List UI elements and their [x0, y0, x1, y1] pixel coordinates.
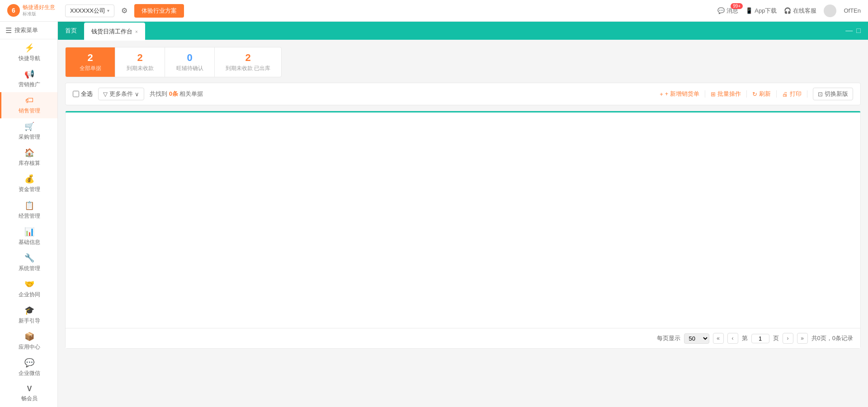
table-area: 每页显示 50 100 200 « ‹ 第 页 › » 共0页，0条记录 [65, 111, 861, 349]
trial-button[interactable]: 体验行业方案 [134, 4, 184, 18]
nav-tabs-actions: — □ [845, 27, 868, 35]
topbar-left: 6 畅捷通好生意 标准版 XXXXXX公司 ▾ ⚙ 体验行业方案 [7, 4, 184, 18]
sidebar-item-guide[interactable]: 🎓 新手引导 [0, 302, 57, 328]
sidebar-item-inventory[interactable]: 🏠 库存核算 [0, 145, 57, 171]
stat-tab-all[interactable]: 2 全部单据 [66, 47, 115, 77]
divider [705, 90, 705, 98]
stat-label-shipped: 到期未收款 已出库 [226, 65, 270, 72]
batch-operation-button[interactable]: ⊞ 批量操作 [711, 90, 741, 98]
avatar[interactable] [824, 5, 836, 17]
search-menu-button[interactable]: ☰ 搜索菜单 [0, 22, 57, 39]
message-badge: 99+ [731, 3, 743, 9]
per-page-select[interactable]: 50 100 200 [684, 333, 709, 344]
filter-chevron: ∨ [135, 91, 139, 98]
filter-button[interactable]: ▽ 更多条件 ∨ [98, 88, 144, 100]
last-page-button[interactable]: » [797, 333, 808, 344]
sidebar-item-label: 库存核算 [19, 159, 40, 167]
sidebar-item-system[interactable]: 🔧 系统管理 [0, 249, 57, 276]
sidebar-item-finance[interactable]: 💰 资金管理 [0, 171, 57, 197]
message-button[interactable]: 💬 消息 99+ [717, 7, 738, 15]
batch-label: 批量操作 [717, 90, 741, 98]
print-button[interactable]: 🖨 打印 [782, 90, 802, 98]
first-page-button[interactable]: « [713, 333, 724, 344]
username: OfTEn [844, 7, 861, 14]
stat-num-overdue: 2 [137, 52, 142, 64]
sidebar-item-purchase[interactable]: 🛒 采购管理 [0, 118, 57, 145]
online-service-label: 在线客服 [793, 7, 816, 15]
found-prefix: 共找到 [150, 90, 167, 97]
sidebar-item-quick-nav[interactable]: ⚡ 快捷导航 [0, 39, 57, 65]
maximize-button[interactable]: □ [856, 27, 861, 35]
stat-tab-pending[interactable]: 0 旺辅待确认 [165, 47, 215, 77]
sidebar-item-enterprise[interactable]: 🤝 企业协同 [0, 276, 57, 302]
finance-icon: 💰 [24, 174, 34, 184]
enterprise-icon: 🤝 [24, 279, 34, 289]
service-icon: 🎧 [784, 7, 791, 14]
print-label: 打印 [790, 90, 802, 98]
next-page-button[interactable]: › [783, 333, 793, 344]
topbar: 6 畅捷通好生意 标准版 XXXXXX公司 ▾ ⚙ 体验行业方案 💬 消息 99… [0, 0, 868, 22]
search-icon: ☰ [5, 26, 12, 35]
stat-label-all: 全部单据 [80, 65, 101, 72]
sidebar-item-app-center[interactable]: 📦 应用中心 [0, 328, 57, 355]
app-download-label: App下载 [755, 7, 777, 15]
sales-icon: 🏷 [25, 96, 33, 105]
message-icon: 💬 [717, 7, 725, 14]
sidebar-item-label: 应用中心 [19, 343, 40, 351]
sidebar-item-marketing[interactable]: 📢 营销推广 [0, 65, 57, 92]
logo-area: 6 畅捷通好生意 标准版 [7, 4, 61, 17]
sidebar-item-sales[interactable]: 🏷 销售管理 [0, 92, 57, 118]
stat-tab-shipped[interactable]: 2 到期未收款 已出库 [215, 47, 281, 77]
add-sales-order-button[interactable]: + + 新增销货单 [660, 90, 699, 98]
sidebar-item-label: 系统管理 [19, 265, 40, 272]
tab-workbench[interactable]: 钱货日清工作台 × [84, 23, 145, 41]
sidebar-item-label: 经营管理 [19, 212, 40, 220]
stat-tab-overdue[interactable]: 2 到期未收款 [115, 47, 165, 77]
logo-icon: 6 [7, 4, 20, 17]
sidebar-item-operations[interactable]: 📋 经营管理 [0, 197, 57, 223]
app-center-icon: 📦 [24, 332, 34, 342]
switch-version-button[interactable]: ⊡ 切换新版 [813, 88, 853, 100]
switch-icon: ⊡ [818, 91, 823, 98]
sidebar-item-wechat[interactable]: 💬 企业微信 [0, 355, 57, 381]
sidebar-item-label: 资金管理 [19, 186, 40, 193]
page-number-input[interactable] [751, 334, 769, 343]
tab-workbench-label: 钱货日清工作台 [91, 28, 132, 36]
filter-icon: ▽ [103, 91, 108, 98]
add-icon: + [660, 91, 663, 98]
divider4 [807, 90, 807, 98]
settings-button[interactable]: ⚙ [118, 5, 131, 17]
minimize-button[interactable]: — [845, 27, 853, 35]
toolbar-left: 全选 ▽ 更多条件 ∨ 共找到 0条 相关单据 [73, 88, 654, 100]
select-all-input[interactable] [73, 91, 79, 97]
sidebar: ☰ 搜索菜单 ⚡ 快捷导航 📢 营销推广 🏷 销售管理 🛒 采购管理 🏠 库存核… [0, 0, 58, 407]
download-icon: 📱 [745, 7, 753, 14]
select-all-label: 全选 [81, 90, 93, 98]
toolbar-right: + + 新增销货单 ⊞ 批量操作 ↻ 刷新 🖨 打印 ⊡ 切换新版 [660, 88, 853, 100]
tab-home[interactable]: 首页 [58, 22, 84, 40]
total-label: 共0页，0条记录 [811, 334, 853, 342]
divider3 [776, 90, 777, 98]
topbar-right: 💬 消息 99+ 📱 App下载 🎧 在线客服 OfTEn [717, 5, 861, 17]
operations-icon: 📋 [24, 201, 34, 211]
stat-label-overdue: 到期未收款 [127, 65, 154, 72]
sidebar-item-basic-info[interactable]: 📊 基础信息 [0, 223, 57, 249]
refresh-button[interactable]: ↻ 刷新 [752, 90, 771, 98]
sidebar-item-label: 采购管理 [19, 133, 40, 141]
page-suffix: 页 [773, 334, 779, 342]
sidebar-item-member[interactable]: V 畅会员 [0, 381, 57, 407]
prev-page-button[interactable]: ‹ [727, 333, 738, 344]
member-icon: V [27, 385, 32, 393]
logo-text-area: 畅捷通好生意 标准版 [23, 4, 55, 17]
tab-close-icon[interactable]: × [135, 29, 138, 34]
app-download-button[interactable]: 📱 App下载 [745, 7, 777, 15]
purchase-icon: 🛒 [24, 122, 34, 131]
select-all-checkbox[interactable]: 全选 [73, 90, 93, 98]
chevron-down-icon: ▾ [107, 8, 109, 13]
company-selector[interactable]: XXXXXX公司 ▾ [65, 5, 114, 17]
online-service-button[interactable]: 🎧 在线客服 [784, 7, 816, 15]
stat-label-pending: 旺辅待确认 [176, 65, 203, 72]
quick-nav-icon: ⚡ [24, 43, 34, 53]
sidebar-item-label: 新手引导 [19, 317, 40, 325]
basic-info-icon: 📊 [24, 227, 34, 237]
